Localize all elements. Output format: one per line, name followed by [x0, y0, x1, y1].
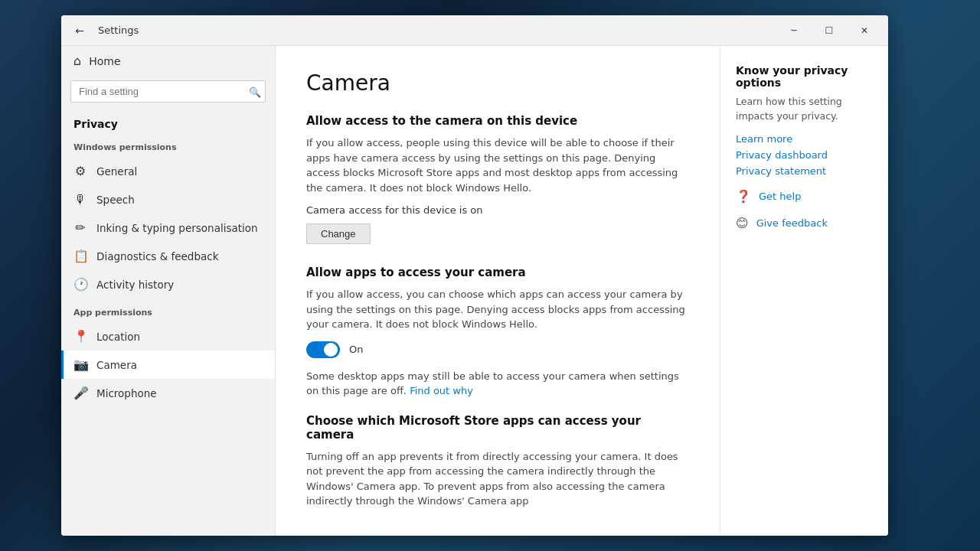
sidebar-item-camera[interactable]: 📷 Camera — [61, 350, 275, 379]
minimize-button[interactable]: ─ — [776, 18, 812, 43]
sidebar-item-speech-label: Speech — [96, 194, 135, 206]
toggle-label: On — [349, 344, 363, 355]
activity-icon: 🕐 — [74, 277, 87, 292]
window-controls: ─ ☐ ✕ — [776, 18, 882, 43]
close-button[interactable]: ✕ — [847, 18, 882, 43]
speech-icon: 🎙 — [74, 192, 87, 207]
sidebar-item-activity[interactable]: 🕐 Activity history — [61, 270, 275, 298]
sidebar-item-general[interactable]: ⚙ General — [61, 157, 275, 185]
window-title: Settings — [98, 24, 776, 36]
privacy-options-title: Know your privacy options — [736, 64, 873, 89]
section2-heading: Allow apps to access your camera — [306, 266, 689, 279]
sidebar-item-activity-label: Activity history — [96, 279, 174, 291]
section1-desc: If you allow access, people using this d… — [306, 135, 689, 195]
find-out-why-link[interactable]: Find out why — [410, 385, 473, 396]
sidebar-item-microphone[interactable]: 🎤 Microphone — [61, 379, 275, 407]
right-panel: Know your privacy options Learn how this… — [720, 46, 888, 536]
change-button[interactable]: Change — [306, 223, 371, 244]
titlebar: ← Settings ─ ☐ ✕ — [61, 15, 888, 46]
section3-heading: Choose which Microsoft Store apps can ac… — [306, 414, 689, 442]
maximize-icon: ☐ — [825, 25, 834, 36]
search-icon: 🔍 — [249, 86, 261, 97]
sidebar: ⌂ Home 🔍 Privacy Windows permissions ⚙ G… — [61, 46, 276, 536]
general-icon: ⚙ — [74, 164, 87, 178]
toggle-row: On — [306, 341, 689, 358]
section2-desc: If you allow access, you can choose whic… — [306, 287, 689, 332]
search-input[interactable] — [70, 80, 266, 103]
sidebar-item-diagnostics-label: Diagnostics & feedback — [96, 250, 218, 262]
sidebar-item-general-label: General — [96, 165, 137, 178]
microphone-icon: 🎤 — [74, 386, 87, 400]
give-feedback-label: Give feedback — [756, 217, 828, 229]
section3-desc: Turning off an app prevents it from dire… — [306, 449, 689, 509]
get-help-label: Get help — [759, 191, 801, 202]
learn-more-link[interactable]: Learn more — [736, 133, 873, 145]
privacy-statement-link[interactable]: Privacy statement — [736, 165, 873, 177]
main-content: Camera Allow access to the camera on thi… — [276, 46, 720, 536]
device-status: Camera access for this device is on — [306, 204, 689, 216]
sidebar-item-inking-label: Inking & typing personalisation — [96, 222, 258, 234]
inking-icon: ✏ — [74, 220, 87, 235]
maximize-button[interactable]: ☐ — [812, 18, 847, 43]
sidebar-item-inking[interactable]: ✏ Inking & typing personalisation — [61, 214, 275, 242]
sidebar-item-speech[interactable]: 🎙 Speech — [61, 185, 275, 214]
back-button[interactable]: ← — [67, 18, 92, 43]
feedback-icon: 😊 — [736, 216, 749, 230]
settings-window: ← Settings ─ ☐ ✕ ⌂ Home 🔍 — [61, 15, 888, 536]
windows-permissions-label: Windows permissions — [61, 133, 275, 157]
privacy-options-desc: Learn how this setting impacts your priv… — [736, 95, 873, 124]
sidebar-item-microphone-label: Microphone — [96, 387, 157, 399]
privacy-heading: Privacy — [61, 112, 275, 133]
home-label: Home — [89, 55, 120, 67]
app-permissions-label: App permissions — [61, 298, 275, 322]
desktop-note: Some desktop apps may still be able to a… — [306, 369, 689, 399]
page-title: Camera — [306, 70, 689, 96]
minimize-icon: ─ — [791, 25, 796, 36]
close-icon: ✕ — [861, 25, 868, 36]
back-icon: ← — [75, 24, 84, 37]
location-icon: 📍 — [74, 329, 87, 344]
diagnostics-icon: 📋 — [74, 249, 87, 263]
sidebar-item-location[interactable]: 📍 Location — [61, 322, 275, 350]
home-icon: ⌂ — [74, 54, 81, 68]
camera-icon: 📷 — [74, 357, 87, 372]
sidebar-item-diagnostics[interactable]: 📋 Diagnostics & feedback — [61, 242, 275, 270]
sidebar-home[interactable]: ⌂ Home — [61, 46, 275, 76]
help-icon: ❓ — [736, 189, 751, 204]
search-box: 🔍 — [70, 80, 266, 103]
privacy-dashboard-link[interactable]: Privacy dashboard — [736, 149, 873, 161]
content-area: ⌂ Home 🔍 Privacy Windows permissions ⚙ G… — [61, 46, 888, 536]
sidebar-item-location-label: Location — [96, 331, 140, 343]
sidebar-item-camera-label: Camera — [96, 359, 137, 371]
camera-toggle[interactable] — [306, 341, 340, 358]
section1-heading: Allow access to the camera on this devic… — [306, 114, 689, 128]
get-help-item[interactable]: ❓ Get help — [736, 189, 873, 204]
give-feedback-item[interactable]: 😊 Give feedback — [736, 216, 873, 230]
